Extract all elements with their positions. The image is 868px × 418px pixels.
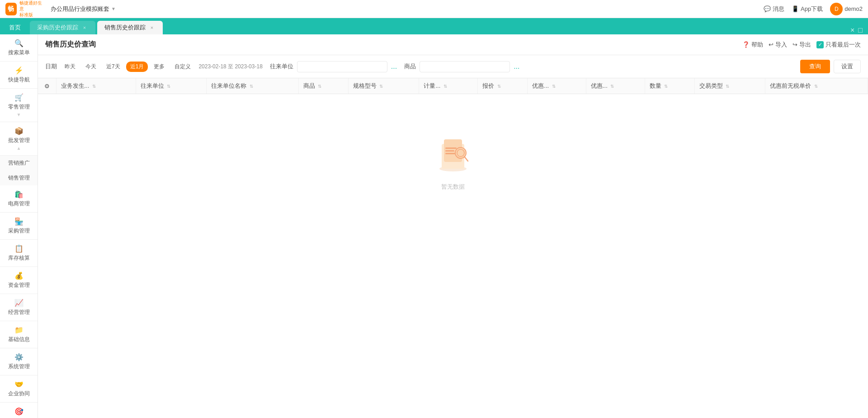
date-btn-more[interactable]: 更多	[150, 62, 169, 72]
sidebar-item-shortcut[interactable]: ⚡ 快捷导航	[0, 62, 38, 89]
table-header-spec[interactable]: 规格型号 ⇅	[348, 78, 419, 94]
product-input[interactable]	[420, 61, 510, 72]
table-header-product[interactable]: 商品 ⇅	[298, 78, 348, 94]
sidebar-sub-marketing[interactable]: 营销推广	[0, 156, 38, 171]
inventory-icon: 📋	[14, 244, 24, 253]
top-bar: 畅 畅捷通好生意 标准版 办公用品行业模拟账套 ▼ 💬 消息 📱 App下载 D…	[0, 0, 868, 18]
sidebar-item-guide[interactable]: 🎯 新手引导	[0, 403, 38, 418]
product-filter-group: 商品 ...	[404, 61, 519, 72]
logo-text: 畅捷通好生意 标准版	[19, 0, 43, 18]
basic-info-icon: 📁	[14, 326, 24, 334]
message-action[interactable]: 💬 消息	[764, 5, 784, 13]
table-header-discount2[interactable]: 优惠... ⇅	[586, 78, 645, 94]
table-header-counterpart-code[interactable]: 往来单位 ⇅	[136, 78, 207, 94]
expand-icon-2: ▲	[17, 146, 21, 151]
close-window-btn[interactable]: ×	[850, 26, 854, 34]
shortcut-icon: ⚡	[14, 66, 24, 75]
chevron-down-icon: ▼	[111, 6, 116, 11]
user-profile[interactable]: D demo2	[830, 3, 863, 15]
export-action[interactable]: ↪ 导出	[793, 41, 811, 49]
date-btn-yesterday[interactable]: 昨天	[61, 62, 80, 72]
date-btn-1month[interactable]: 近1月	[126, 62, 148, 72]
table-body: 暂无数据	[38, 94, 868, 228]
table-header-biz-date[interactable]: 业务发生... ⇅	[56, 78, 136, 94]
sort-icon-unit: ⇅	[443, 84, 447, 89]
query-button[interactable]: 查询	[800, 60, 830, 73]
sidebar-item-retail[interactable]: 🛒 零售管理 ▼	[0, 89, 38, 122]
purchase-history-tab-label: 采购历史价跟踪	[37, 24, 78, 32]
table-header-counterpart-name[interactable]: 往来单位名称 ⇅	[207, 78, 298, 94]
sidebar-item-operations[interactable]: 📈 经营管理	[0, 294, 38, 321]
message-icon: 💬	[764, 5, 771, 12]
workspace-selector[interactable]: 办公用品行业模拟账套 ▼	[47, 3, 119, 15]
page-title: 销售历史价查询	[45, 40, 96, 49]
system-icon: ⚙️	[14, 353, 24, 361]
table-container: ⚙ 业务发生... ⇅ 往来单位 ⇅ 往来单位名称 ⇅	[38, 78, 868, 418]
purchase-history-close-icon[interactable]: ×	[81, 24, 88, 31]
table-header-trade-type[interactable]: 交易类型 ⇅	[694, 78, 765, 94]
table-header-gear[interactable]: ⚙	[38, 78, 56, 94]
sales-history-close-icon[interactable]: ×	[148, 24, 156, 31]
logo-icon: 畅	[5, 3, 17, 15]
sidebar-item-ecommerce[interactable]: 🛍️ 电商管理	[0, 185, 38, 213]
table-header-quantity[interactable]: 数量 ⇅	[645, 78, 694, 94]
sidebar-item-enterprise[interactable]: 🤝 企业协同	[0, 375, 38, 403]
sort-icon-discount2: ⇅	[610, 84, 614, 89]
product-filter-label: 商品	[404, 62, 416, 71]
table-header-pre-discount-price[interactable]: 优惠前无税单价 ⇅	[765, 78, 868, 94]
sidebar-item-basic-info[interactable]: 📁 基础信息	[0, 321, 38, 348]
date-btn-today[interactable]: 今天	[81, 62, 100, 72]
sidebar-item-purchase[interactable]: 🏪 采购管理	[0, 213, 38, 240]
maximize-window-btn[interactable]: □	[858, 26, 863, 34]
sort-icon-pre-discount-price: ⇅	[814, 84, 818, 89]
svg-line-7	[464, 157, 468, 161]
top-bar-right: 💬 消息 📱 App下载 D demo2	[764, 3, 863, 15]
date-btn-custom[interactable]: 自定义	[170, 62, 195, 72]
tab-sales-history[interactable]: 销售历史价跟踪 ×	[97, 21, 163, 34]
import-icon: ↩	[769, 41, 774, 48]
expand-icon: ▼	[17, 112, 21, 117]
tab-purchase-history[interactable]: 采购历史价跟踪 ×	[30, 21, 95, 34]
table-header-discount1[interactable]: 优惠... ⇅	[528, 78, 586, 94]
finance-icon: 💰	[14, 271, 24, 280]
app-download-action[interactable]: 📱 App下载	[792, 5, 823, 13]
data-table: ⚙ 业务发生... ⇅ 往来单位 ⇅ 往来单位名称 ⇅	[38, 78, 868, 227]
table-header-unit[interactable]: 计量... ⇅	[419, 78, 478, 94]
workspace-name: 办公用品行业模拟账套	[51, 5, 109, 13]
sidebar-item-system[interactable]: ⚙️ 系统管理	[0, 348, 38, 375]
avatar: D	[830, 3, 843, 15]
date-btn-7days[interactable]: 近7天	[102, 62, 124, 72]
checkbox-icon: ✓	[816, 41, 824, 48]
sort-icon-counterpart-name: ⇅	[250, 84, 253, 89]
sidebar-item-inventory[interactable]: 📋 库存核算	[0, 240, 38, 267]
table-header-quoted-price[interactable]: 报价 ⇅	[478, 78, 528, 94]
wholesale-icon: 📦	[14, 127, 24, 135]
date-range-display: 2023-02-18 至 2023-03-18	[198, 63, 262, 71]
sidebar-item-search[interactable]: 🔍 搜索菜单	[0, 34, 38, 62]
svg-rect-3	[445, 147, 457, 149]
sort-icon-biz-date: ⇅	[92, 84, 96, 89]
counterpart-input[interactable]	[297, 61, 387, 72]
only-last-checkbox[interactable]: ✓ 只看最后一次	[816, 41, 861, 49]
counterpart-filter-label: 往来单位	[270, 62, 293, 71]
settings-button[interactable]: 设置	[834, 60, 861, 73]
tab-bar: 首页 采购历史价跟踪 × 销售历史价跟踪 × × □	[0, 18, 868, 34]
top-bar-left: 畅 畅捷通好生意 标准版 办公用品行业模拟账套 ▼	[5, 0, 764, 18]
date-filter-group: 日期 昨天 今天 近7天 近1月 更多 自定义 2023-02-18 至 202…	[45, 62, 263, 72]
purchase-icon: 🏪	[14, 217, 24, 226]
tab-home[interactable]: 首页	[2, 21, 28, 34]
import-action[interactable]: ↩ 导入	[769, 41, 787, 49]
logo-area: 畅 畅捷通好生意 标准版	[5, 0, 43, 18]
sidebar-item-finance[interactable]: 💰 资金管理	[0, 267, 38, 294]
home-tab-label: 首页	[9, 24, 21, 32]
date-filter-label: 日期	[45, 62, 57, 71]
tab-bar-actions: × □	[845, 26, 868, 34]
help-icon: ❓	[742, 41, 750, 48]
product-dots-btn[interactable]: ...	[514, 62, 519, 71]
sidebar-sub-sales-mgmt[interactable]: 销售管理	[0, 171, 38, 185]
sidebar: 🔍 搜索菜单 ⚡ 快捷导航 🛒 零售管理 ▼ 📦 批发管理 ▲ 营销推广 销售管…	[0, 34, 38, 418]
counterpart-dots-btn[interactable]: ...	[391, 62, 397, 71]
sort-icon-trade-type: ⇅	[726, 84, 729, 89]
help-action[interactable]: ❓ 帮助	[742, 41, 763, 49]
sidebar-item-wholesale[interactable]: 📦 批发管理 ▲	[0, 122, 38, 156]
